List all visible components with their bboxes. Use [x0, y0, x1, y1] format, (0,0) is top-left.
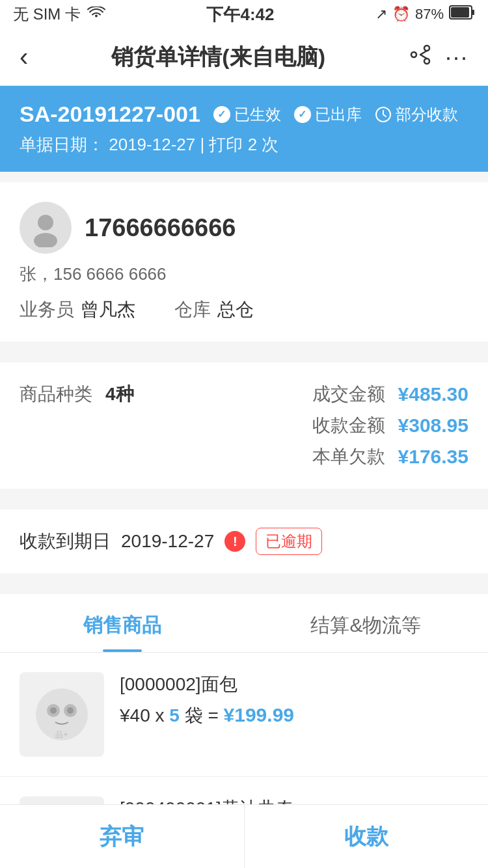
status-tag-effective: ✓ 已生效 [213, 104, 281, 125]
salesperson-label: 业务员 [20, 297, 74, 322]
deal-amount-value: ¥485.30 [398, 383, 468, 405]
status-time: 下午4:42 [206, 3, 274, 26]
warehouse-label: 仓库 [174, 297, 211, 322]
nav-right[interactable]: ··· [409, 43, 468, 71]
wifi-icon [87, 5, 105, 23]
status-partial: 部分收款 [396, 104, 458, 125]
back-button[interactable]: ‹ [20, 42, 28, 72]
received-value: ¥308.95 [398, 414, 468, 437]
status-bar: 无 SIM 卡 下午4:42 ↗ ⏰ 87% [0, 0, 488, 29]
check-icon-2: ✓ [294, 106, 311, 123]
price-eq-1: = [208, 705, 223, 726]
deal-amount-label: 成交金额 [312, 382, 385, 407]
due-date: 2019-12-27 [121, 531, 214, 552]
product-total-1: ¥199.99 [224, 704, 294, 726]
customer-phone: 17666666666 [85, 214, 236, 242]
status-left: 无 SIM 卡 [13, 4, 105, 25]
due-section: 收款到期日 2019-12-27 ! 已逾期 [0, 509, 488, 573]
product-price-1: ¥40 [120, 705, 150, 726]
status-effective: 已生效 [234, 104, 281, 125]
check-icon-1: ✓ [213, 106, 230, 123]
customer-section: 17666666666 张，156 6666 6666 业务员 曾凡杰 仓库 总… [0, 182, 488, 342]
tabs-row[interactable]: 销售商品 结算&物流等 [0, 594, 488, 652]
order-header: SA-20191227-001 ✓ 已生效 ✓ 已出库 部分收款 单据日期： 2… [0, 86, 488, 172]
customer-avatar [20, 202, 72, 254]
due-label: 收款到期日 [20, 529, 111, 554]
alarm-icon: ⏰ [392, 6, 410, 23]
gap-2 [0, 489, 488, 499]
salesperson-item: 业务员 曾凡杰 [20, 297, 135, 322]
customer-info: 张，156 6666 6666 [20, 263, 468, 286]
category-label: 商品种类 [20, 382, 92, 407]
product-title-1: 面包 [201, 674, 237, 694]
status-shipped: 已出库 [315, 104, 362, 125]
deal-amount-row: 成交金额 ¥485.30 [312, 382, 468, 407]
warehouse-item: 仓库 总仓 [174, 297, 254, 322]
svg-point-13 [67, 707, 74, 714]
location-icon: ↗ [375, 6, 387, 23]
tab-sales-products[interactable]: 销售商品 [0, 594, 244, 652]
summary-left: 商品种类 4种 [20, 382, 134, 407]
product-unit-1: 袋 [185, 705, 203, 726]
tabs-section: 销售商品 结算&物流等 [0, 594, 488, 653]
order-date: 2019-12-27 [109, 135, 195, 154]
svg-point-7 [38, 215, 53, 230]
price-separator-1: x [156, 705, 170, 726]
status-tag-shipped: ✓ 已出库 [294, 104, 362, 125]
salesperson-value: 曾凡杰 [81, 297, 135, 322]
product-qty-1: 5 [169, 705, 180, 726]
svg-point-3 [411, 52, 416, 57]
status-tag-partial: 部分收款 [375, 104, 458, 125]
product-image-1: 品+ [20, 672, 104, 757]
overdue-icon: ! [224, 531, 245, 552]
product-code-1: [0000002] [120, 674, 201, 694]
nav-left[interactable]: ‹ [20, 42, 28, 72]
battery-text: 87% [415, 6, 444, 23]
more-icon[interactable]: ··· [445, 44, 468, 71]
date-label: 单据日期： [20, 135, 104, 154]
received-label: 收款金额 [312, 413, 385, 438]
tab-settlement-label: 结算&物流等 [310, 614, 421, 636]
product-info-1: [0000002]面包 ¥40 x 5 袋 = ¥199.99 [120, 672, 468, 728]
gap-3 [0, 573, 488, 584]
status-right: ↗ ⏰ 87% [375, 5, 475, 23]
print-label: | 打印 [200, 135, 243, 154]
battery-icon [449, 5, 475, 23]
nav-title: 销货单详情(来自电脑) [111, 42, 325, 72]
product-name-1: [0000002]面包 [120, 672, 468, 697]
debt-value: ¥176.35 [398, 446, 468, 468]
svg-point-8 [34, 233, 57, 247]
cancel-button[interactable]: 弃审 [0, 805, 244, 868]
svg-point-5 [424, 59, 429, 64]
svg-rect-1 [472, 10, 474, 15]
carrier-text: 无 SIM 卡 [13, 4, 81, 25]
tab-sales-label: 销售商品 [83, 614, 161, 636]
bottom-bar[interactable]: 弃审 收款 [0, 804, 488, 868]
overdue-badge: 已逾期 [256, 528, 322, 555]
svg-point-12 [50, 707, 57, 714]
summary-right: 成交金额 ¥485.30 收款金额 ¥308.95 本单欠款 ¥176.35 [312, 382, 468, 469]
list-item: 品+ [0000002]面包 ¥40 x 5 袋 = ¥199.99 [0, 653, 488, 777]
share-icon[interactable] [409, 43, 432, 71]
svg-text:品+: 品+ [55, 730, 68, 739]
tab-settlement[interactable]: 结算&物流等 [244, 594, 488, 652]
category-count: 4种 [105, 382, 134, 407]
product-price-row-1: ¥40 x 5 袋 = ¥199.99 [120, 703, 468, 728]
order-id: SA-20191227-001 [20, 102, 200, 127]
confirm-button[interactable]: 收款 [244, 805, 489, 868]
order-date-row: 单据日期： 2019-12-27 | 打印 2 次 [20, 133, 468, 156]
gap-1 [0, 342, 488, 352]
nav-bar: ‹ 销货单详情(来自电脑) ··· [0, 29, 488, 86]
print-suffix: 次 [262, 135, 278, 154]
warehouse-value: 总仓 [217, 297, 254, 322]
customer-meta: 业务员 曾凡杰 仓库 总仓 [20, 297, 468, 322]
print-count: 2 [248, 135, 257, 154]
summary-section: 商品种类 4种 成交金额 ¥485.30 收款金额 ¥308.95 本单欠款 ¥… [0, 362, 488, 489]
debt-label: 本单欠款 [312, 444, 385, 469]
svg-point-4 [424, 46, 429, 51]
received-amount-row: 收款金额 ¥308.95 [312, 413, 468, 438]
svg-rect-2 [451, 7, 469, 18]
debt-amount-row: 本单欠款 ¥176.35 [312, 444, 468, 469]
